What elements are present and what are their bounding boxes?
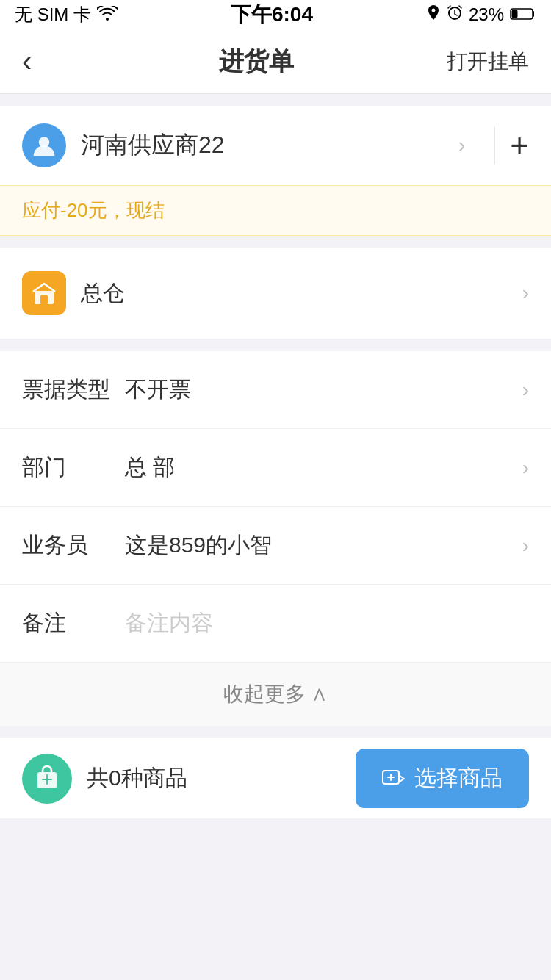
- notice-text: 应付-20元，现结: [22, 199, 165, 221]
- supplier-avatar: [22, 123, 66, 167]
- bottom-bar: 共0种商品 选择商品: [0, 738, 551, 818]
- form-section: 票据类型 不开票 › 部门 总 部 › 业务员 这是859的小智 › 备注 备注…: [0, 351, 551, 663]
- notice-bar: 应付-20元，现结: [0, 185, 551, 236]
- collapse-label: 收起更多 ∧: [223, 680, 328, 708]
- salesperson-chevron-icon: ›: [522, 534, 529, 558]
- department-chevron-icon: ›: [522, 456, 529, 480]
- svg-rect-5: [40, 295, 48, 304]
- salesperson-label: 业务员: [22, 530, 125, 561]
- select-product-label: 选择商品: [414, 763, 503, 793]
- battery-icon: [510, 4, 536, 25]
- collapse-row[interactable]: 收起更多 ∧: [0, 663, 551, 726]
- salesperson-row[interactable]: 业务员 这是859的小智 ›: [0, 507, 551, 585]
- carrier-text: 无 SIM 卡: [15, 3, 91, 26]
- alarm-icon: [447, 4, 463, 25]
- divider-4: [0, 726, 551, 738]
- svg-rect-2: [511, 10, 517, 18]
- supplier-section: 河南供应商22 › + 应付-20元，现结: [0, 106, 551, 236]
- divider-2: [0, 236, 551, 248]
- invoice-type-label: 票据类型: [22, 375, 125, 405]
- open-pending-button[interactable]: 打开挂单: [447, 48, 529, 76]
- select-product-button[interactable]: 选择商品: [356, 749, 529, 808]
- supplier-chevron-icon: ›: [458, 134, 465, 157]
- department-row[interactable]: 部门 总 部 ›: [0, 429, 551, 507]
- department-value: 总 部: [125, 453, 522, 483]
- status-left: 无 SIM 卡: [15, 3, 118, 26]
- remark-input[interactable]: 备注内容: [125, 608, 529, 638]
- department-label: 部门: [22, 453, 125, 483]
- add-supplier-button[interactable]: +: [510, 129, 529, 162]
- back-button[interactable]: ‹: [22, 45, 66, 78]
- warehouse-chevron-icon: ›: [522, 281, 529, 305]
- invoice-type-row[interactable]: 票据类型 不开票 ›: [0, 351, 551, 429]
- status-bar: 无 SIM 卡 下午6:04 23%: [0, 0, 551, 29]
- bottom-background: [0, 818, 551, 980]
- divider-3: [0, 339, 551, 351]
- warehouse-section: 总仓 ›: [0, 248, 551, 339]
- product-count: 共0种商品: [87, 763, 341, 793]
- status-right: 23%: [426, 4, 536, 25]
- battery-text: 23%: [469, 4, 504, 25]
- wifi-icon: [97, 4, 118, 25]
- status-time: 下午6:04: [231, 1, 313, 29]
- warehouse-name: 总仓: [81, 278, 522, 309]
- top-divider: [0, 94, 551, 106]
- warehouse-icon: [22, 271, 66, 315]
- remark-row[interactable]: 备注 备注内容: [0, 585, 551, 663]
- warehouse-row[interactable]: 总仓 ›: [0, 248, 551, 339]
- invoice-type-chevron-icon: ›: [522, 378, 529, 402]
- supplier-name: 河南供应商22: [81, 129, 458, 162]
- page-title: 进货单: [219, 45, 294, 79]
- remark-label: 备注: [22, 608, 125, 638]
- nav-bar: ‹ 进货单 打开挂单: [0, 29, 551, 94]
- product-icon: [22, 754, 72, 804]
- vertical-divider: [494, 127, 495, 164]
- location-icon: [426, 4, 441, 25]
- invoice-type-value: 不开票: [125, 375, 522, 405]
- salesperson-value: 这是859的小智: [125, 530, 522, 561]
- supplier-row[interactable]: 河南供应商22 › +: [0, 106, 551, 185]
